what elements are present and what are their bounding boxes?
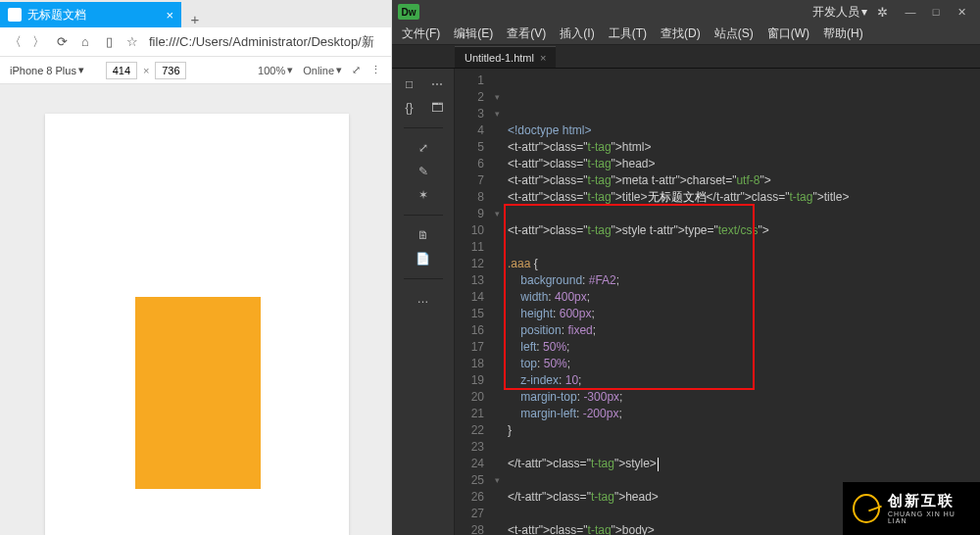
forward-icon[interactable]: 〉	[31, 35, 45, 49]
tab-close-icon[interactable]: ×	[166, 8, 173, 23]
maximize-icon[interactable]: □	[923, 2, 949, 22]
network-select[interactable]: Online▾	[303, 64, 342, 76]
reload-icon[interactable]: ⟳	[55, 35, 69, 49]
tool-2[interactable]: ⋯	[426, 74, 448, 94]
browser-window: 无标题文档 × + 〈 〉 ⟳ ⌂ ▯ ☆ file:///C:/Users/A…	[0, 0, 392, 535]
side-toolbar: □⋯ {}🗔 ⤢ ✎ ✶ 🗎 📄 …	[392, 69, 455, 535]
tool-4[interactable]: 🗔	[426, 98, 448, 118]
star-icon[interactable]: ☆	[125, 35, 139, 49]
device-toolbar: iPhone 8 Plus▾ × 100%▾ Online▾ ⤢ ⋮	[0, 57, 391, 84]
dw-menubar: 文件(F) 编辑(E) 查看(V) 插入(I) 工具(T) 查找(D) 站点(S…	[392, 24, 980, 45]
dw-logo: Dw	[398, 4, 419, 20]
zoom-select[interactable]: 100%▾	[258, 64, 293, 76]
dim-x: ×	[143, 65, 149, 76]
back-icon[interactable]: 〈	[8, 35, 22, 49]
file-tab-close-icon[interactable]: ×	[540, 52, 546, 64]
url-text[interactable]: file:///C:/Users/Administrator/Desktop/新	[149, 33, 383, 51]
tool-more[interactable]: …	[413, 289, 434, 309]
menu-window[interactable]: 窗口(W)	[767, 25, 809, 42]
read-icon[interactable]: ▯	[102, 35, 116, 49]
editor-area: □⋯ {}🗔 ⤢ ✎ ✶ 🗎 📄 … 123456789101112131415…	[392, 69, 980, 535]
brand-en: CHUANG XIN HU LIAN	[888, 511, 970, 524]
rotate-icon[interactable]: ⤢	[352, 64, 361, 76]
menu-edit[interactable]: 编辑(E)	[454, 25, 493, 42]
tool-3[interactable]: {}	[399, 98, 420, 118]
settings-gear-icon[interactable]: ✲	[877, 5, 888, 20]
browser-tabbar: 无标题文档 × +	[0, 0, 391, 27]
line-numbers: 1234567891011121314151617181920212223242…	[455, 69, 490, 535]
brand-logo-icon	[853, 494, 880, 523]
tab-title: 无标题文档	[27, 7, 86, 24]
tool-6[interactable]: ✎	[413, 162, 434, 181]
preview-area	[0, 84, 391, 535]
tool-9[interactable]: 📄	[413, 249, 434, 268]
menu-find[interactable]: 查找(D)	[661, 25, 701, 42]
dreamweaver-window: Dw 开发人员▾ ✲ — □ ✕ 文件(F) 编辑(E) 查看(V) 插入(I)…	[392, 0, 980, 535]
viewport-width-input[interactable]	[106, 62, 137, 79]
menu-tools[interactable]: 工具(T)	[609, 25, 647, 42]
close-icon[interactable]: ✕	[949, 2, 974, 22]
device-select[interactable]: iPhone 8 Plus▾	[10, 64, 84, 76]
aaa-box	[135, 297, 261, 489]
menu-insert[interactable]: 插入(I)	[560, 25, 594, 42]
dw-filetabs: Untitled-1.html ×	[392, 45, 980, 69]
brand-watermark: 创新互联 CHUANG XIN HU LIAN	[843, 482, 980, 535]
home-icon[interactable]: ⌂	[78, 35, 92, 49]
minimize-icon[interactable]: —	[898, 2, 923, 22]
new-tab-button[interactable]: +	[181, 11, 209, 27]
menu-help[interactable]: 帮助(H)	[823, 25, 863, 42]
viewport-height-input[interactable]	[155, 62, 186, 79]
file-tab-active[interactable]: Untitled-1.html ×	[455, 46, 556, 68]
menu-site[interactable]: 站点(S)	[714, 25, 754, 42]
tool-5[interactable]: ⤢	[413, 138, 434, 158]
code-editor[interactable]: <!doctype html><t-attr">class="t-tag">ht…	[504, 69, 980, 535]
more-icon[interactable]: ⋮	[370, 64, 381, 76]
rendered-page	[45, 114, 349, 535]
fold-gutter: ▾▾▾▾	[490, 69, 504, 535]
tool-7[interactable]: ✶	[413, 185, 434, 205]
dw-titlebar: Dw 开发人员▾ ✲ — □ ✕	[392, 0, 980, 24]
menu-view[interactable]: 查看(V)	[507, 25, 546, 42]
workspace-select[interactable]: 开发人员▾	[812, 4, 867, 21]
file-tab-label: Untitled-1.html	[465, 52, 534, 64]
brand-cn: 创新互联	[888, 493, 970, 508]
browser-tab-active[interactable]: 无标题文档 ×	[0, 2, 181, 27]
favicon	[8, 8, 22, 22]
tool-1[interactable]: □	[399, 74, 420, 94]
menu-file[interactable]: 文件(F)	[402, 25, 440, 42]
address-bar: 〈 〉 ⟳ ⌂ ▯ ☆ file:///C:/Users/Administrat…	[0, 27, 391, 57]
tool-8[interactable]: 🗎	[413, 225, 434, 245]
